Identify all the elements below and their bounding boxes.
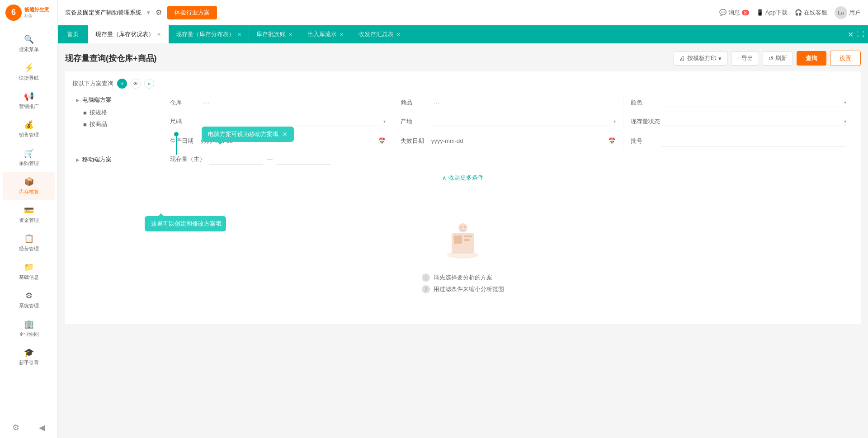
scheme-sub-item-spec[interactable]: ■ 按规格 (80, 107, 154, 118)
sidebar-item-finance[interactable]: 💳 资金管理 (3, 201, 55, 228)
sales-icon: 💰 (24, 120, 34, 130)
exp-date-input-wrap: 📅 (431, 134, 616, 148)
tab-close-inventory-status[interactable]: ✕ (157, 32, 161, 38)
message-badge: 8 (742, 10, 749, 15)
app-download-btn[interactable]: 📱 App下载 (756, 9, 788, 17)
empty-tip-1: 1 请先选择要分析的方案 (422, 273, 504, 282)
message-icon: 💬 (719, 9, 726, 16)
tab-home[interactable]: 首页 (58, 25, 88, 43)
range-dash: — (267, 156, 273, 163)
goods-icon: ■ (83, 121, 87, 128)
page-title: 现存量查询(按仓库+商品) (65, 53, 157, 64)
sidebar-item-quick[interactable]: ⚡ 快捷导航 (3, 58, 55, 86)
goods-dots[interactable]: ··· (433, 98, 440, 108)
sidebar-item-search[interactable]: 🔍 搜索菜单 (3, 30, 55, 57)
lightning-icon: ⚡ (24, 63, 34, 73)
tab-expand-btn[interactable]: ⛶ (857, 30, 864, 38)
tab-bar-end: ✕ ⛶ (844, 25, 868, 43)
enterprise-icon: 🏢 (24, 319, 34, 329)
settings-icon[interactable]: ⚙ (156, 8, 162, 17)
origin-select[interactable]: ▾ (431, 117, 616, 126)
tab-inventory-status[interactable]: 现存量（库存状况表） ✕ (88, 25, 169, 43)
dot-circle (174, 132, 179, 137)
support-icon: 🎧 (795, 9, 802, 16)
svg-rect-4 (464, 239, 470, 241)
print-dropdown-icon: ▾ (718, 55, 722, 62)
scheme-sub-item-goods[interactable]: ■ 按商品 (80, 118, 154, 130)
svg-point-6 (460, 226, 462, 228)
sidebar-item-guide[interactable]: 🎓 新手引导 (3, 343, 55, 371)
tooltip-pc-scheme: 电脑方案可设为移动方案哦 ✕ (202, 127, 294, 142)
color-select[interactable]: ▾ (661, 98, 846, 107)
svg-point-5 (458, 223, 467, 232)
tooltip2-close[interactable]: ✕ (225, 220, 231, 227)
avatar: Ea (835, 6, 847, 19)
empty-illustration (440, 220, 486, 266)
setting-btn[interactable]: 设置 (830, 51, 861, 66)
size-label: 尺码 (170, 118, 197, 126)
warehouse-dots[interactable]: ··· (203, 98, 209, 108)
tab-inventory-dist[interactable]: 现存量（库存分布表） ✕ (169, 25, 249, 43)
filter-header: 按以下方案查询 + 👁 « (72, 79, 854, 89)
print-btn[interactable]: 🖨 按模板打印 ▾ (674, 51, 727, 66)
pc-scheme-item[interactable]: ▶ 电脑端方案 (72, 93, 154, 107)
sidebar-item-basic[interactable]: 📁 基础信息 (3, 258, 55, 285)
tab-batch[interactable]: 库存批次账 ✕ (249, 25, 300, 43)
exp-date-input[interactable] (431, 136, 609, 146)
tab-receive[interactable]: 收发存汇总表 ✕ (351, 25, 408, 43)
batch-label: 批号 (631, 137, 658, 145)
sidebar-collapse-btn[interactable]: ◀ (39, 423, 45, 433)
dot-line-vertical (176, 137, 177, 155)
tab-close-receive[interactable]: ✕ (396, 32, 401, 38)
tab-close-all-btn[interactable]: ✕ (848, 30, 854, 39)
tooltip-modify-scheme: 这里可以创建和修改方案哦 ✕ (145, 216, 226, 231)
query-btn[interactable]: 查询 (797, 51, 826, 66)
sidebar-item-business[interactable]: 📋 经营管理 (3, 229, 55, 257)
tooltip1-close[interactable]: ✕ (282, 131, 288, 138)
trial-button[interactable]: 体验行业方案 (167, 6, 217, 19)
export-btn[interactable]: ↑ 导出 (731, 51, 760, 66)
sidebar-item-marketing[interactable]: 📢 营销推广 (3, 87, 55, 114)
prod-date-calendar-icon[interactable]: 📅 (378, 137, 386, 145)
sidebar-item-purchase[interactable]: 🛒 采购管理 (3, 144, 55, 171)
color-label: 颜色 (631, 99, 658, 107)
filter-col-batch: 批号 (623, 136, 854, 146)
scheme-tree: ▶ 电脑端方案 ■ 按规格 ■ 按商品 (72, 93, 154, 166)
print-icon: 🖨 (679, 55, 685, 62)
filter-eye-btn[interactable]: 👁 (131, 79, 141, 89)
user-btn[interactable]: Ea 用户 (835, 6, 861, 19)
basic-icon: 📁 (24, 262, 34, 272)
tab-close-in-out[interactable]: ✕ (340, 32, 344, 38)
support-btn[interactable]: 🎧 在线客服 (795, 9, 827, 17)
sidebar: 6 畅通好生意 标版 🔍 搜索菜单 ⚡ 快捷导航 📢 营销推广 💰 销售管理 🛒… (0, 0, 58, 438)
filter-col-size: 尺码 ▾ (163, 117, 393, 126)
exp-date-calendar-icon[interactable]: 📅 (608, 137, 616, 145)
tab-in-out[interactable]: 出入库流水 ✕ (300, 25, 351, 43)
sidebar-item-sales[interactable]: 💰 销售管理 (3, 115, 55, 143)
messages-btn[interactable]: 💬 消息 8 (719, 9, 749, 17)
tab-close-batch[interactable]: ✕ (288, 32, 292, 38)
filter-add-btn[interactable]: + (117, 79, 127, 89)
origin-label: 产地 (401, 118, 428, 126)
exp-date-label: 失效日期 (401, 137, 428, 145)
tab-bar: 首页 现存量（库存状况表） ✕ 现存量（库存分布表） ✕ 库存批次账 ✕ 出入库… (58, 25, 868, 43)
batch-input[interactable] (661, 136, 846, 146)
stock-qty-min[interactable] (209, 154, 263, 165)
app-title-dropdown-icon[interactable]: ▾ (147, 9, 150, 16)
stock-status-select[interactable]: ▾ (664, 117, 846, 126)
stock-qty-max[interactable] (276, 154, 330, 165)
sidebar-item-inventory[interactable]: 📦 库存核算 (3, 172, 55, 200)
mobile-scheme-item[interactable]: ▶ 移动端方案 (72, 153, 154, 166)
refresh-btn[interactable]: ↺ 刷新 (763, 51, 793, 66)
sidebar-nav: 🔍 搜索菜单 ⚡ 快捷导航 📢 营销推广 💰 销售管理 🛒 采购管理 📦 库存核… (0, 25, 57, 417)
filter-col-exp-date: 失效日期 📅 (393, 134, 623, 148)
filter-col-stock-qty: 现存量（主） — (163, 154, 854, 165)
filter-back-btn[interactable]: « (144, 79, 154, 89)
size-select[interactable]: ▾ (201, 117, 386, 126)
sidebar-item-system[interactable]: ⚙ 系统管理 (3, 286, 55, 314)
collapse-bar[interactable]: ∧ 收起更多条件 (72, 170, 854, 185)
tab-close-inventory-dist[interactable]: ✕ (237, 32, 241, 38)
header-right: 💬 消息 8 📱 App下载 🎧 在线客服 Ea 用户 (719, 6, 861, 19)
sidebar-settings-btn[interactable]: ⚙ (12, 423, 19, 433)
sidebar-item-enterprise[interactable]: 🏢 企业协同 (3, 315, 55, 342)
